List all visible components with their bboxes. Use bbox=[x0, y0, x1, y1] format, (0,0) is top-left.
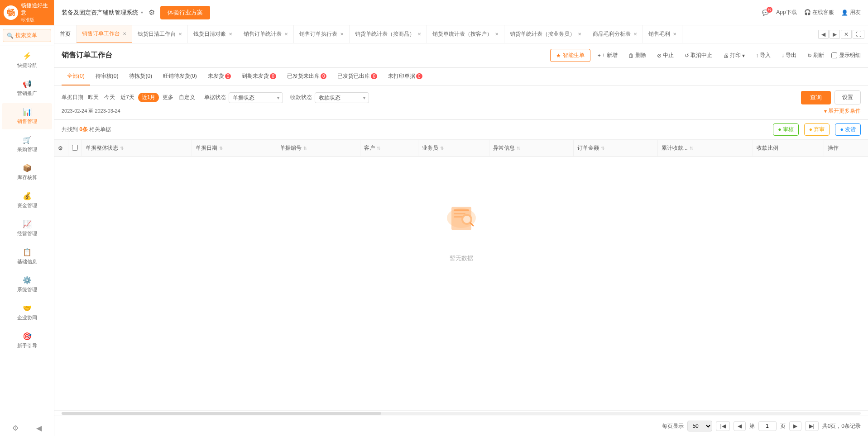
horizontal-scrollbar[interactable] bbox=[54, 410, 868, 416]
tab-cash-daily[interactable]: 钱货日清工作台 ✕ bbox=[132, 25, 188, 43]
th-number[interactable]: 单据编号⇅ bbox=[276, 140, 360, 157]
solution-button[interactable]: 体验行业方案 bbox=[160, 6, 210, 19]
online-service-link[interactable]: 🎧 在线客服 bbox=[804, 9, 834, 16]
th-abnormal[interactable]: 异常信息⇅ bbox=[489, 140, 573, 157]
tab-fullscreen-button[interactable]: ⛶ bbox=[853, 30, 864, 39]
filter-tab-expired[interactable]: 到期未发货0 bbox=[236, 68, 282, 85]
filter-tab-shipped-out[interactable]: 已发货已出库0 bbox=[332, 68, 383, 85]
sidebar-item-sales[interactable]: 📊 销售管理 bbox=[2, 103, 52, 129]
tab-cash-daily-close[interactable]: ✕ bbox=[178, 32, 182, 37]
date-btn-custom[interactable]: 自定义 bbox=[177, 93, 197, 102]
cancel-stop-button[interactable]: ↺ 取消中止 bbox=[681, 50, 716, 61]
tab-home[interactable]: 首页 bbox=[54, 25, 77, 43]
first-page-button[interactable]: |◀ bbox=[716, 421, 729, 431]
th-staff[interactable]: 业务员⇅ bbox=[418, 140, 489, 157]
unreview-button[interactable]: ● 弃审 bbox=[804, 123, 830, 136]
tab-sales-summary-customer-close[interactable]: ✕ bbox=[495, 32, 499, 37]
date-btn-7days[interactable]: 近7天 bbox=[119, 93, 136, 102]
expand-conditions-button[interactable]: ▾ 展开更多条件 bbox=[824, 107, 861, 115]
filter-tab-all[interactable]: 全部(0) bbox=[62, 68, 90, 85]
sidebar-item-newbie[interactable]: 🎯 新手引导 bbox=[2, 327, 52, 354]
page-input[interactable] bbox=[758, 421, 777, 431]
sidebar-item-quick-nav[interactable]: ⚡ 快捷导航 bbox=[2, 47, 52, 73]
prev-page-button[interactable]: ◀ bbox=[734, 421, 746, 431]
th-customer[interactable]: 客户⇅ bbox=[360, 140, 418, 157]
import-button[interactable]: ↑ 导入 bbox=[752, 50, 774, 61]
settings-footer-icon[interactable]: ⚙ bbox=[12, 424, 19, 432]
tab-gross-margin[interactable]: 商品毛利分析表 ✕ bbox=[587, 25, 643, 43]
search-menu-button[interactable]: 🔍 搜索菜单 bbox=[3, 29, 51, 42]
tab-sales-summary-customer[interactable]: 销货单统计表（按客户） ✕ bbox=[427, 25, 504, 43]
th-checkbox[interactable] bbox=[68, 140, 82, 157]
tab-sales-summary-staff[interactable]: 销货单统计表（按业务员） ✕ bbox=[504, 25, 587, 43]
tab-sales-workbench-close[interactable]: ✕ bbox=[123, 31, 126, 36]
date-btn-1month[interactable]: 近1月 bbox=[138, 93, 159, 102]
show-detail-checkbox[interactable] bbox=[831, 52, 837, 58]
collapse-icon[interactable]: ◀ bbox=[36, 424, 42, 432]
export-button[interactable]: ↓ 导出 bbox=[778, 50, 800, 61]
setting-button[interactable]: 设置 bbox=[834, 90, 861, 104]
date-btn-today[interactable]: 今天 bbox=[102, 93, 117, 102]
app-download-link[interactable]: App下载 bbox=[776, 9, 796, 16]
stop-button[interactable]: ⊘ 中止 bbox=[653, 50, 677, 61]
sidebar-item-basic-info[interactable]: 📋 基础信息 bbox=[2, 243, 52, 270]
tab-cash-reconcile[interactable]: 钱货日清对账 ✕ bbox=[188, 25, 238, 43]
sidebar-item-system[interactable]: ⚙️ 系统管理 bbox=[2, 271, 52, 298]
query-button[interactable]: 查询 bbox=[801, 91, 831, 104]
sidebar-item-finance[interactable]: 💰 资金管理 bbox=[2, 187, 52, 213]
filter-tab-all-label: 全部 bbox=[67, 73, 78, 79]
th-ratio-label: 收款比例 bbox=[757, 145, 778, 151]
review-button[interactable]: ● 审核 bbox=[773, 123, 799, 136]
tab-sales-summary-staff-close[interactable]: ✕ bbox=[578, 32, 581, 37]
filter-tab-pending-review[interactable]: 待审核(0) bbox=[90, 68, 124, 85]
delete-button[interactable]: 🗑 删除 bbox=[625, 50, 650, 61]
smart-order-button[interactable]: ★ 智能生单 bbox=[550, 49, 590, 62]
filter-tab-pending-check[interactable]: 待拣货(0) bbox=[124, 68, 158, 85]
th-gear[interactable]: ⚙ bbox=[54, 140, 68, 157]
tab-close-all-button[interactable]: ✕ bbox=[841, 30, 852, 39]
tab-sales-exec-close[interactable]: ✕ bbox=[340, 32, 344, 37]
filter-tab-wangpu[interactable]: 旺铺待发货(0) bbox=[158, 68, 202, 85]
ship-label: 发货 bbox=[845, 126, 856, 133]
payment-select[interactable]: 收款状态 bbox=[315, 92, 369, 103]
date-btn-more[interactable]: 更多 bbox=[161, 93, 175, 102]
sidebar-item-purchase[interactable]: 🛒 采购管理 bbox=[2, 131, 52, 157]
status-select[interactable]: 单据状态 bbox=[229, 92, 283, 103]
tab-sales-stat[interactable]: 销售订单统计表 ✕ bbox=[238, 25, 294, 43]
tab-sales-profit-close[interactable]: ✕ bbox=[673, 32, 676, 37]
last-page-button[interactable]: ▶| bbox=[805, 421, 819, 431]
filter-tab-not-shipped[interactable]: 未发货0 bbox=[202, 68, 237, 85]
th-amount[interactable]: 订单金额⇅ bbox=[573, 140, 657, 157]
tab-prev-button[interactable]: ◀ bbox=[818, 30, 829, 39]
sidebar-item-inventory[interactable]: 📦 库存核算 bbox=[2, 159, 52, 185]
add-button[interactable]: + + 新增 bbox=[594, 50, 621, 61]
scrollbar-thumb[interactable] bbox=[62, 412, 381, 415]
next-page-button[interactable]: ▶ bbox=[789, 421, 801, 431]
date-btn-yesterday[interactable]: 昨天 bbox=[86, 93, 101, 102]
select-all-checkbox[interactable] bbox=[72, 145, 78, 151]
user-menu[interactable]: 👤 用友 bbox=[841, 9, 861, 16]
message-icon-area[interactable]: 💬 6 bbox=[762, 9, 769, 16]
sidebar-item-operations[interactable]: 📈 经营管理 bbox=[2, 215, 52, 242]
th-collected[interactable]: 累计收款...⇅ bbox=[657, 140, 753, 157]
sidebar-item-cooperation[interactable]: 🤝 企业协同 bbox=[2, 299, 52, 326]
tab-sales-stat-close[interactable]: ✕ bbox=[284, 32, 288, 37]
tab-next-button[interactable]: ▶ bbox=[830, 30, 840, 39]
th-date[interactable]: 单据日期⇅ bbox=[192, 140, 276, 157]
tab-sales-summary-product[interactable]: 销货单统计表（按商品） ✕ bbox=[350, 25, 427, 43]
settings-gear-icon[interactable]: ⚙ bbox=[149, 8, 155, 17]
tab-sales-summary-product-close[interactable]: ✕ bbox=[417, 32, 421, 37]
sidebar-item-marketing[interactable]: 📢 营销推广 bbox=[2, 75, 52, 101]
tab-gross-margin-close[interactable]: ✕ bbox=[633, 32, 637, 37]
tab-sales-exec[interactable]: 销售订单执行表 ✕ bbox=[294, 25, 350, 43]
th-status[interactable]: 单据整体状态⇅ bbox=[82, 140, 192, 157]
ship-button[interactable]: ● 发货 bbox=[835, 123, 861, 136]
refresh-button[interactable]: ↻ 刷新 bbox=[804, 50, 828, 61]
per-page-select[interactable]: 50 10 20 100 bbox=[687, 421, 712, 431]
filter-tab-shipped-not-out[interactable]: 已发货未出库0 bbox=[282, 68, 332, 85]
tab-sales-workbench[interactable]: 销售订单工作台 ✕ bbox=[77, 25, 132, 43]
print-button[interactable]: 🖨 打印 ▾ bbox=[719, 50, 748, 61]
tab-cash-reconcile-close[interactable]: ✕ bbox=[229, 32, 232, 37]
filter-tab-not-printed[interactable]: 未打印单据0 bbox=[383, 68, 428, 85]
tab-sales-profit[interactable]: 销售毛利 ✕ bbox=[643, 25, 682, 43]
